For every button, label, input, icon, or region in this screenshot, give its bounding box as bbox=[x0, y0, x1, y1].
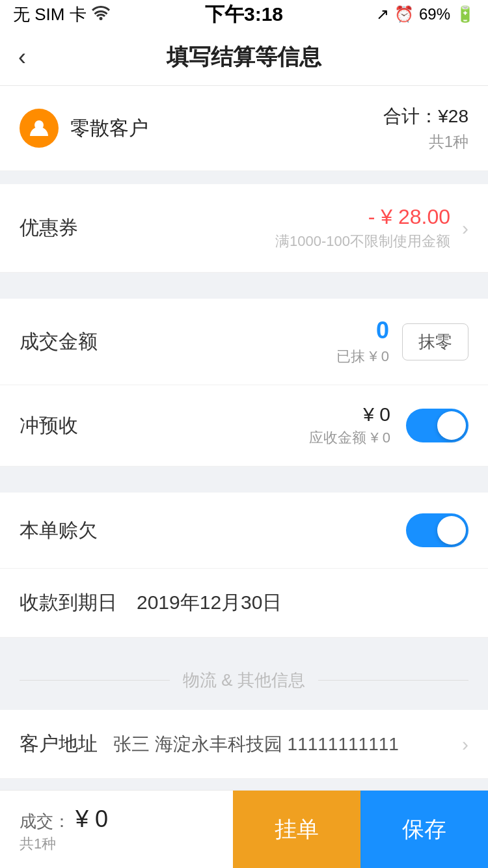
deal-card: 成交金额 0 已抹 ¥ 0 抹零 冲预收 ¥ 0 应收金额 ¥ 0 bbox=[0, 299, 488, 467]
wifi-icon bbox=[92, 5, 110, 25]
main-content: 零散客户 合计：¥28 共1种 优惠券 - ¥ 28.00 满1000-100不… bbox=[0, 86, 488, 868]
prepay-receivable: 应收金额 ¥ 0 bbox=[309, 428, 390, 448]
alarm-icon: ⏰ bbox=[394, 5, 414, 23]
deal-input-area: 0 已抹 ¥ 0 抹零 bbox=[336, 317, 468, 366]
deal-value[interactable]: 0 bbox=[336, 317, 389, 344]
section-divider-1 bbox=[0, 286, 488, 299]
prepay-row: 冲预收 ¥ 0 应收金额 ¥ 0 bbox=[0, 385, 488, 467]
coupon-row[interactable]: 优惠券 - ¥ 28.00 满1000-100不限制使用金额 › bbox=[0, 184, 488, 273]
coupon-desc: 满1000-100不限制使用金额 bbox=[275, 232, 450, 251]
due-date-row[interactable]: 收款到期日 2019年12月30日 bbox=[0, 569, 488, 638]
status-time: 下午3:18 bbox=[205, 1, 283, 28]
logistics-text: 物流 & 其他信息 bbox=[170, 669, 318, 692]
coupon-card: 优惠券 - ¥ 28.00 满1000-100不限制使用金额 › bbox=[0, 184, 488, 273]
section-divider-2 bbox=[0, 480, 488, 493]
nav-bar: ‹ 填写结算等信息 bbox=[0, 29, 488, 86]
status-bar: 无 SIM 卡 下午3:18 ↗ ⏰ 69% 🔋 bbox=[0, 0, 488, 29]
prepay-label: 冲预收 bbox=[20, 413, 78, 439]
chevron-right-icon: › bbox=[462, 217, 468, 239]
status-left: 无 SIM 卡 bbox=[13, 3, 110, 26]
logistics-line-right bbox=[318, 680, 468, 681]
due-date-label: 收款到期日 bbox=[20, 590, 117, 616]
no-sim-text: 无 SIM 卡 bbox=[13, 3, 87, 26]
credit-label: 本单赊欠 bbox=[20, 517, 98, 544]
address-row[interactable]: 客户地址 张三 海淀永丰科技园 11111111111 › bbox=[0, 710, 488, 779]
hang-order-button[interactable]: 挂单 bbox=[233, 791, 360, 868]
credit-card: 本单赊欠 收款到期日 2019年12月30日 bbox=[0, 493, 488, 638]
address-chevron-icon: › bbox=[462, 733, 468, 755]
page-title: 填写结算等信息 bbox=[167, 42, 321, 72]
customer-name: 零散客户 bbox=[70, 115, 148, 142]
customer-row: 零散客户 合计：¥28 共1种 bbox=[0, 86, 488, 171]
location-icon: ↗ bbox=[376, 5, 389, 23]
credit-row: 本单赊欠 bbox=[0, 493, 488, 569]
prepay-values: ¥ 0 应收金额 ¥ 0 bbox=[309, 403, 390, 448]
coupon-right: - ¥ 28.00 满1000-100不限制使用金额 › bbox=[275, 205, 468, 251]
save-button[interactable]: 保存 bbox=[360, 791, 488, 868]
address-label: 客户地址 bbox=[20, 731, 98, 757]
bottom-count: 共1种 bbox=[20, 834, 213, 854]
total-amount: 合计：¥28 bbox=[383, 104, 468, 129]
bottom-bar: 成交： ¥ 0 共1种 挂单 保存 bbox=[0, 790, 488, 868]
bottom-deal-label: 成交： bbox=[20, 810, 70, 833]
battery-icon: 🔋 bbox=[455, 5, 475, 23]
logistics-divider: 物流 & 其他信息 bbox=[0, 651, 488, 710]
customer-card: 零散客户 合计：¥28 共1种 bbox=[0, 86, 488, 171]
customer-totals: 合计：¥28 共1种 bbox=[383, 104, 468, 152]
due-date-value: 2019年12月30日 bbox=[137, 590, 282, 616]
prepay-toggle[interactable] bbox=[406, 409, 468, 442]
address-card: 客户地址 张三 海淀永丰科技园 11111111111 › bbox=[0, 710, 488, 779]
credit-toggle[interactable] bbox=[406, 513, 468, 547]
battery-percent: 69% bbox=[419, 5, 450, 23]
coupon-discount: - ¥ 28.00 bbox=[275, 205, 450, 229]
bottom-info: 成交： ¥ 0 共1种 bbox=[0, 791, 233, 868]
deal-amount-label: 成交金额 bbox=[20, 329, 98, 355]
bottom-deal-row: 成交： ¥ 0 bbox=[20, 806, 213, 833]
toggle-knob bbox=[437, 411, 466, 440]
status-right: ↗ ⏰ 69% 🔋 bbox=[376, 5, 475, 23]
customer-left: 零散客户 bbox=[20, 109, 148, 148]
coupon-value-block: - ¥ 28.00 满1000-100不限制使用金额 bbox=[275, 205, 450, 251]
address-value: 张三 海淀永丰科技园 11111111111 bbox=[113, 732, 462, 757]
round-zero-button[interactable]: 抹零 bbox=[402, 323, 468, 360]
credit-toggle-knob bbox=[437, 516, 466, 545]
logistics-line-left bbox=[20, 680, 170, 681]
total-count: 共1种 bbox=[383, 131, 468, 152]
prepay-right: ¥ 0 应收金额 ¥ 0 bbox=[309, 403, 468, 448]
deal-sub: 已抹 ¥ 0 bbox=[336, 347, 389, 366]
prepay-amount: ¥ 0 bbox=[309, 403, 390, 426]
deal-amount-row: 成交金额 0 已抹 ¥ 0 抹零 bbox=[0, 299, 488, 385]
bottom-deal-amount: ¥ 0 bbox=[75, 806, 108, 833]
coupon-label: 优惠券 bbox=[20, 215, 78, 241]
back-button[interactable]: ‹ bbox=[18, 44, 26, 71]
deal-value-block: 0 已抹 ¥ 0 bbox=[336, 317, 389, 366]
avatar bbox=[20, 109, 59, 148]
